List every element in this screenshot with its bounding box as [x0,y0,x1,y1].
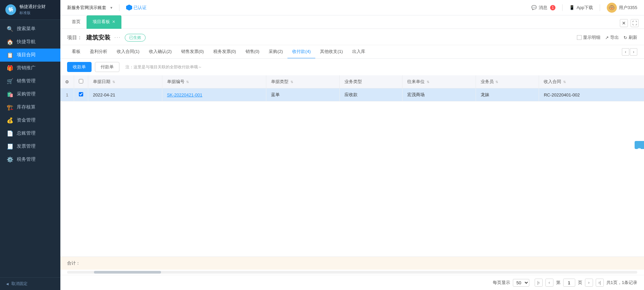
cell-date: 2022-04-21 [88,88,162,101]
sec-tab-profit[interactable]: 盈利分析 [85,45,112,59]
tab-home[interactable]: 首页 [66,15,87,29]
table-col-date[interactable]: 单据日期 ⇅ [88,75,162,88]
sec-tab-inout[interactable]: 出入库 [347,45,370,59]
sidebar-item-quick-nav[interactable]: 🏠 快捷导航 [0,35,60,49]
sidebar-scroll: 🔍 搜索菜单 🏠 快捷导航 📋 项目合同 🎁 营销推广 🛒 销售管理 🛍️ [0,20,60,277]
invoice-icon: 🧾 [7,143,13,150]
tabbar-right: ✕ ⛶ [620,19,639,28]
sidebar-item-label: 快捷导航 [17,39,36,45]
page-first-button[interactable]: |‹ [535,279,543,287]
sidebar-item-search[interactable]: 🔍 搜索菜单 [0,22,60,35]
cell-row-num: 1 [60,88,74,101]
sidebar-item-purchase[interactable]: 🛍️ 采购管理 [0,88,60,101]
table-col-settings[interactable]: ⚙ [60,75,74,88]
total-row: 合计： [60,257,644,270]
inventory-icon: 🏗️ [7,104,13,111]
certified-label: 已认证 [133,5,147,11]
tab-expand-button[interactable]: ⛶ [631,19,639,27]
select-all-checkbox[interactable] [79,79,83,83]
sec-tab-purchase[interactable]: 采购(2) [264,45,287,59]
topbar-divider1 [119,4,119,11]
per-page-label: 每页显示 [493,280,510,286]
show-detail-checkbox[interactable]: 显示明细 [577,34,600,41]
topbar-project-name: 新服务官网演示账套 [67,5,106,11]
sidebar-item-inventory[interactable]: 🏗️ 库存核算 [0,101,60,114]
refresh-icon: ↻ [624,35,627,40]
doc-number-link[interactable]: SK-20220421-001 [167,92,203,97]
phone-icon: 📱 [569,5,575,10]
sub-tab-hint: 注：这里是与项目关联的全部收付款单哦～ [125,64,202,70]
refresh-button[interactable]: ↻ 刷新 [624,34,637,41]
sidebar-item-invoice[interactable]: 🧾 发票管理 [0,140,60,153]
sidebar-unpin[interactable]: ◄ 取消固定 [0,277,60,290]
table-col-type[interactable]: 单据类型 ⇅ [266,75,340,88]
page-input[interactable] [563,279,575,287]
checkbox-icon [577,35,582,40]
table-row: 1 2022-04-21 SK-20220421-001 蓝单 应收款 宏茂商场… [60,88,644,101]
sidebar: 畅 畅捷通好业财 标准版 🔍 搜索菜单 🏠 快捷导航 📋 项目合同 🎁 营销 [0,0,60,290]
topbar-divider3 [600,4,600,11]
page-unit: 页 [578,280,582,286]
sidebar-item-tax[interactable]: ⚙️ 税务管理 [0,153,60,166]
topbar-left: 新服务官网演示账套 ▾ 已认证 [67,4,147,11]
project-icon: 📋 [7,52,13,58]
row-checkbox[interactable] [79,92,83,96]
sec-tab-income-contract[interactable]: 收入合同(1) [112,45,144,59]
sort-contract-icon: ⇅ [563,80,566,84]
page-prev-button[interactable]: ‹ [545,279,553,287]
table-col-number[interactable]: 单据编号 ⇅ [162,75,266,88]
messages-action[interactable]: 💬 消息 1 [531,5,555,11]
user-action[interactable]: 🐵 用户3355 [607,3,637,13]
topbar-right: 💬 消息 1 📱 App下载 🐵 用户3355 [531,3,637,13]
sec-tabs-prev-button[interactable]: ‹ [622,48,629,56]
messages-label: 消息 [539,5,547,11]
cell-salesperson: 龙妹 [476,88,539,101]
project-more-button[interactable]: ··· [114,34,121,41]
sidebar-item-fund[interactable]: 💰 资金管理 [0,114,60,127]
table-header-row: ⚙ 单据日期 ⇅ 单据编号 ⇅ [60,75,644,88]
sort-partner-icon: ⇅ [427,80,429,84]
sub-tab-receipt[interactable]: 收款单 [67,62,92,72]
sidebar-item-label: 销售管理 [17,78,36,84]
sec-tab-income-confirm[interactable]: 收入确认(2) [144,45,176,59]
scroll-thumb[interactable] [94,271,161,274]
sort-number-icon: ⇅ [186,80,189,84]
export-icon: ↗ [605,35,609,40]
total-label: 合计： [67,260,80,266]
sidebar-item-marketing[interactable]: 🎁 营销推广 [0,62,60,75]
tab-project-board[interactable]: 项目看板 ✕ [87,15,121,29]
tab-close-icon[interactable]: ✕ [112,19,115,24]
table-col-partner[interactable]: 往来单位 ⇅ [402,75,476,88]
sales-icon: 🛒 [7,78,13,84]
table-col-biz-type: 业务类型 [340,75,402,88]
sidebar-item-sales[interactable]: 🛒 销售管理 [0,75,60,88]
sec-tab-receipts[interactable]: 收付款(4) [287,45,315,59]
page-last-button[interactable]: ›| [596,279,604,287]
sec-tab-other-expense[interactable]: 其他收支(1) [315,45,347,59]
per-page-select[interactable]: 50 [513,279,529,287]
sidebar-item-project-contract[interactable]: 📋 项目合同 [0,49,60,62]
tab-close-window-button[interactable]: ✕ [620,19,628,27]
sec-tab-board[interactable]: 看板 [67,45,85,59]
sec-tab-sales-invoice[interactable]: 销售发票(0) [176,45,209,59]
cell-number: SK-20220421-001 [162,88,266,101]
tax-icon: ⚙️ [7,156,13,163]
project-name: 建筑安装 [86,33,110,42]
feedback-button[interactable]: 意见反馈 [635,141,644,149]
sec-tabs-next-button[interactable]: › [630,48,637,56]
table-col-income-contract[interactable]: 收入合同 ⇅ [539,75,644,88]
sec-tab-tax-invoice[interactable]: 税务发票(0) [209,45,241,59]
search-icon: 🔍 [7,26,13,32]
sidebar-item-label: 营销推广 [17,65,36,71]
sidebar-item-label: 采购管理 [17,91,36,97]
table-col-salesperson[interactable]: 业务员 ⇅ [476,75,539,88]
home-icon: 🏠 [7,39,13,45]
project-header: 项目： 建筑安装 ··· 已生效 显示明细 ↗ 导出 ↻ 刷新 [60,29,644,45]
sidebar-item-ledger[interactable]: 📄 总账管理 [0,127,60,140]
export-button[interactable]: ↗ 导出 [605,34,619,41]
page-next-button[interactable]: › [585,279,593,287]
topbar-dropdown-icon[interactable]: ▾ [110,5,112,10]
sec-tab-sales[interactable]: 销售(0) [241,45,264,59]
sub-tab-payment[interactable]: 付款单 [95,62,119,72]
app-download-action[interactable]: 📱 App下载 [569,5,593,11]
